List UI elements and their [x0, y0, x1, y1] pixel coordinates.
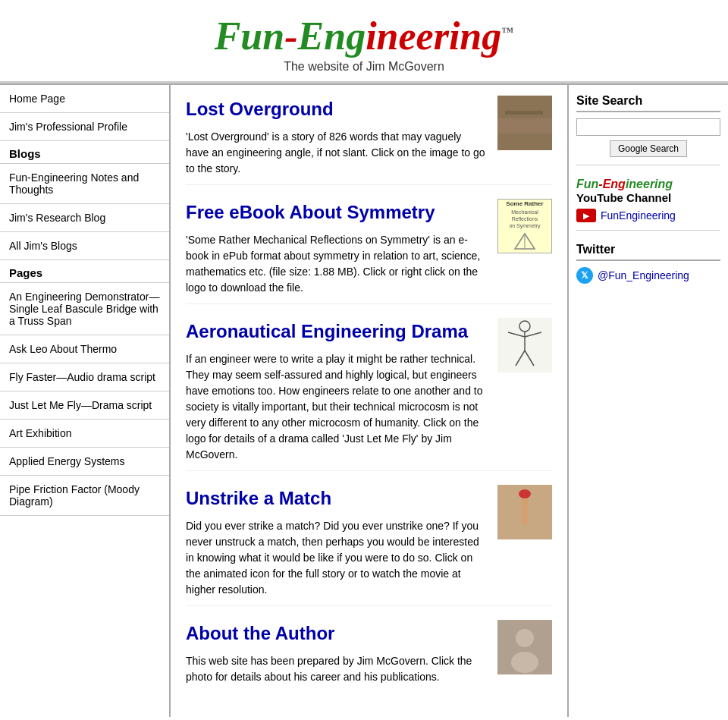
sidebar-item-pipe-friction[interactable]: Pipe Friction Factor (Moody Diagram) — [0, 476, 169, 516]
about-author-body: This web site has been prepared by Jim M… — [186, 653, 487, 685]
twitter-icon: 𝕏 — [576, 267, 593, 284]
svg-line-8 — [525, 332, 541, 337]
section-about-author: About the Author This web site has been … — [186, 620, 552, 693]
search-input[interactable] — [576, 118, 720, 136]
svg-line-7 — [508, 332, 525, 337]
site-header: Fun-Engineering™ The website of Jim McGo… — [0, 0, 728, 83]
google-search-button[interactable]: Google Search — [610, 140, 687, 157]
unstrike-match-body: Did you ever strike a match? Did you eve… — [186, 518, 487, 598]
yt-ineering: ineering — [626, 178, 673, 190]
site-logo[interactable]: Fun-Engineering™ — [0, 14, 728, 58]
sidebar-item-fly-faster[interactable]: Fly Faster—Audio drama script — [0, 363, 169, 391]
right-sidebar: Site Search Google Search Fun-Engineerin… — [569, 85, 728, 717]
match-svg — [499, 486, 551, 538]
aero-drama-body: If an engineer were to write a play it m… — [186, 351, 487, 463]
symmetry-icon — [513, 232, 536, 250]
svg-line-10 — [525, 351, 534, 366]
unstrike-match-text: Unstrike a Match Did you ever strike a m… — [186, 485, 487, 598]
about-author-text: About the Author This web site has been … — [186, 620, 487, 685]
ebook-symmetry-image[interactable]: Some Rather Mechanical Reflections on Sy… — [497, 199, 552, 253]
sidebar-section-pages: Pages — [0, 260, 169, 283]
lost-overground-text: Lost Overground 'Lost Overground' is a s… — [186, 96, 487, 177]
logo-dash: - — [284, 14, 297, 58]
svg-point-13 — [519, 489, 531, 498]
svg-line-9 — [516, 351, 525, 366]
twitter-link[interactable]: 𝕏 @Fun_Engineering — [576, 267, 720, 284]
search-section-title: Site Search — [576, 94, 720, 112]
svg-point-15 — [516, 629, 534, 647]
yt-channel-label: YouTube Channel — [576, 191, 720, 204]
lost-overground-title[interactable]: Lost Overground — [186, 96, 487, 123]
ebook-symmetry-text: Free eBook About Symmetry 'Some Rather M… — [186, 199, 487, 296]
aero-drama-text: Aeronautical Engineering Drama If an eng… — [186, 318, 487, 463]
yt-brand-label: Fun-Engineering — [576, 178, 673, 190]
yt-link-label: FunEngineering — [601, 209, 676, 222]
svg-point-16 — [511, 652, 538, 673]
yt-brand-text: Fun-Engineering — [576, 178, 720, 191]
twitter-section: Twitter 𝕏 @Fun_Engineering — [576, 243, 720, 284]
logo-fun: Fun — [215, 14, 285, 58]
sidebar-item-applied-energy[interactable]: Applied Energy Systems — [0, 448, 169, 476]
section-unstrike-match: Unstrike a Match Did you ever strike a m… — [186, 485, 552, 606]
section-ebook-symmetry: Free eBook About Symmetry 'Some Rather M… — [186, 199, 552, 304]
logo-eng: Eng — [298, 14, 366, 58]
yt-fun: Fun — [576, 178, 598, 190]
youtube-icon: ▶ — [576, 209, 596, 222]
about-author-image[interactable] — [497, 620, 552, 674]
author-photo-svg — [499, 621, 551, 673]
logo-tm: ™ — [501, 25, 513, 38]
site-subtitle: The website of Jim McGovern — [0, 60, 728, 74]
aero-drama-image[interactable] — [497, 318, 552, 373]
sidebar-item-art-exhibition[interactable]: Art Exhibition — [0, 420, 169, 448]
page-layout: Home Page Jim's Professional Profile Blo… — [0, 83, 728, 717]
aero-drama-title[interactable]: Aeronautical Engineering Drama — [186, 318, 487, 345]
about-author-title[interactable]: About the Author — [186, 620, 487, 647]
main-content: Lost Overground 'Lost Overground' is a s… — [171, 85, 569, 717]
sidebar-item-jims-research-blog[interactable]: Jim's Research Blog — [0, 204, 169, 232]
section-lost-overground: Lost Overground 'Lost Overground' is a s… — [186, 96, 552, 185]
sidebar-item-just-let-me-fly[interactable]: Just Let Me Fly—Drama script — [0, 391, 169, 420]
unstrike-match-title[interactable]: Unstrike a Match — [186, 485, 487, 512]
sidebar-item-profile[interactable]: Jim's Professional Profile — [0, 113, 169, 141]
sidebar-item-engineering-demonstrator[interactable]: An Engineering Demonstrator—Single Leaf … — [0, 283, 169, 335]
unstrike-match-image[interactable] — [497, 485, 552, 539]
twitter-title: Twitter — [576, 243, 720, 261]
svg-rect-2 — [505, 111, 543, 115]
youtube-link[interactable]: ▶ FunEngineering — [576, 209, 720, 222]
left-sidebar: Home Page Jim's Professional Profile Blo… — [0, 85, 171, 717]
logo-ineering: ineering — [366, 14, 501, 58]
sidebar-item-home[interactable]: Home Page — [0, 85, 169, 113]
svg-point-5 — [519, 321, 530, 332]
divider-1 — [576, 165, 720, 165]
youtube-section: Fun-Engineering YouTube Channel ▶ FunEng… — [576, 178, 720, 222]
ebook-symmetry-body: 'Some Rather Mechanical Reflections on S… — [186, 232, 487, 296]
sidebar-item-fun-engineering-notes[interactable]: Fun-Engineering Notes and Thoughts — [0, 164, 169, 204]
lost-overground-svg — [497, 96, 552, 150]
section-aero-drama: Aeronautical Engineering Drama If an eng… — [186, 318, 552, 471]
yt-eng: -Eng — [598, 178, 626, 190]
sidebar-section-blogs: Blogs — [0, 141, 169, 164]
lost-overground-image[interactable] — [497, 96, 552, 150]
lost-overground-body: 'Lost Overground' is a story of 826 word… — [186, 129, 487, 177]
aero-figure-svg — [502, 319, 548, 372]
ebook-symmetry-title[interactable]: Free eBook About Symmetry — [186, 199, 487, 226]
twitter-handle: @Fun_Engineering — [598, 269, 689, 281]
divider-2 — [576, 230, 720, 231]
sidebar-item-all-jims-blogs[interactable]: All Jim's Blogs — [0, 232, 169, 260]
sidebar-item-ask-leo[interactable]: Ask Leo About Thermo — [0, 335, 169, 363]
svg-rect-1 — [497, 118, 552, 134]
